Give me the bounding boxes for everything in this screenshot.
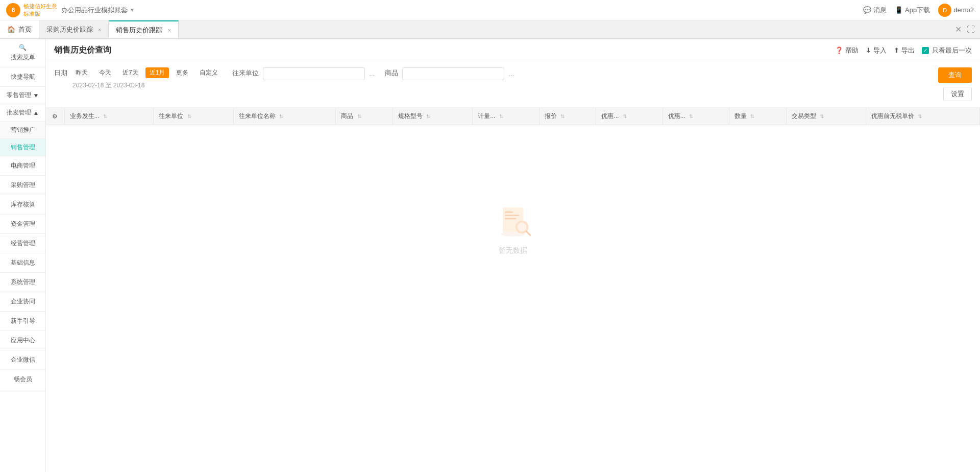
sort-arrows-discount2: ⇅ [689, 113, 693, 119]
wholesale-arrow-icon: ▲ [33, 109, 39, 116]
import-button[interactable]: ⬇ 导入 [866, 46, 887, 55]
query-button[interactable]: 查询 [938, 67, 972, 83]
date-option-last1month[interactable]: 近1月 [145, 67, 169, 78]
th-quote[interactable]: 报价 ⇅ [539, 108, 596, 125]
partner-label: 往来单位 [232, 67, 259, 78]
sort-arrows-spec: ⇅ [426, 113, 430, 119]
main-layout: 🔍 搜索菜单 快捷导航 零售管理 ▼ 批发管理 ▲ 营销推广 销售管理 电商管理… [0, 39, 980, 472]
sidebar-item-enterprise-collab[interactable]: 企业协同 [0, 292, 45, 312]
sales-history-page: 销售历史价查询 ❓ 帮助 ⬇ 导入 ⬆ 导出 ✓ [46, 39, 980, 472]
page-title: 销售历史价查询 [54, 45, 111, 56]
partner-ellipsis-button[interactable]: ... [369, 70, 375, 78]
th-trade-type[interactable]: 交易类型 ⇅ [786, 108, 866, 125]
user-profile[interactable]: D demo2 [938, 4, 974, 17]
product-ellipsis-button[interactable]: ... [508, 70, 514, 78]
empty-state: 暂无数据 [46, 125, 980, 329]
date-option-yesterday[interactable]: 昨天 [71, 67, 92, 78]
import-icon: ⬇ [866, 46, 871, 54]
page-header-actions: ❓ 帮助 ⬇ 导入 ⬆ 导出 ✓ 只看最后一次 [835, 46, 972, 55]
th-quantity[interactable]: 数量 ⇅ [729, 108, 786, 125]
app-title: 办公用品行业模拟账套 [61, 6, 128, 15]
empty-text: 暂无数据 [499, 246, 527, 255]
dropdown-icon[interactable]: ▼ [130, 7, 135, 13]
download-icon: 📱 [895, 6, 903, 14]
app-download-button[interactable]: 📱 App下载 [895, 6, 930, 15]
top-bar-left: 6 畅捷信好生意 标准版 办公用品行业模拟账套 ▼ [6, 3, 135, 17]
svg-rect-2 [505, 211, 513, 213]
sort-arrows-partner-name: ⇅ [279, 113, 283, 119]
date-option-more[interactable]: 更多 [172, 67, 192, 78]
only-last-checkbox-area[interactable]: ✓ 只看最后一次 [922, 46, 972, 55]
sidebar-item-finance[interactable]: 资金管理 [0, 215, 45, 234]
top-bar-right: 💬 消息 📱 App下载 D demo2 [863, 4, 974, 17]
message-button[interactable]: 💬 消息 [863, 6, 887, 15]
close-sales-tab[interactable]: × [167, 27, 170, 33]
close-window-button[interactable]: ✕ [955, 25, 962, 34]
svg-rect-4 [505, 218, 516, 219]
app-title-area[interactable]: 办公用品行业模拟账套 ▼ [61, 6, 135, 15]
sidebar-item-quick-nav[interactable]: 快捷导航 [0, 67, 45, 87]
date-option-last7days[interactable]: 近7天 [118, 67, 142, 78]
sidebar-item-new-guide[interactable]: 新手引导 [0, 312, 45, 331]
th-gear[interactable]: ⚙ [46, 108, 64, 125]
table-header-row: ⚙ 业务发生... ⇅ 往来单位 ⇅ 往来单位名称 ⇅ [46, 108, 980, 125]
help-button[interactable]: ❓ 帮助 [835, 46, 859, 55]
sidebar-item-app-center[interactable]: 应用中心 [0, 331, 45, 350]
product-label: 商品 [385, 67, 398, 78]
date-filter-options: 昨天 今天 近7天 近1月 更多 自定义 2023-02-18 至 2023-0… [71, 67, 222, 90]
sidebar-item-search[interactable]: 🔍 搜索菜单 [0, 39, 45, 67]
search-icon: 🔍 [19, 44, 27, 51]
settings-button[interactable]: 设置 [943, 87, 972, 101]
product-input-area: ... [402, 67, 514, 80]
message-icon: 💬 [863, 6, 871, 14]
sidebar-item-retail[interactable]: 零售管理 ▼ [0, 87, 45, 104]
tab-purchase-history[interactable]: 采购历史价跟踪 × [39, 20, 109, 38]
th-spec[interactable]: 规格型号 ⇅ [393, 108, 472, 125]
date-label: 日期 [54, 67, 67, 78]
tab-bar-actions: ✕ ⛶ [950, 20, 980, 38]
th-unit[interactable]: 计量... ⇅ [473, 108, 539, 125]
date-option-today[interactable]: 今天 [95, 67, 115, 78]
th-partner-name[interactable]: 往来单位名称 ⇅ [233, 108, 336, 125]
sidebar-item-inventory[interactable]: 库存核算 [0, 195, 45, 215]
sort-arrows-biz-date: ⇅ [103, 113, 107, 119]
th-product[interactable]: 商品 ⇅ [336, 108, 393, 125]
export-icon: ⬆ [894, 46, 899, 54]
sort-arrows-unit: ⇅ [499, 113, 503, 119]
sort-arrows-pre-discount-price: ⇅ [918, 113, 922, 119]
tab-bar: 🏠 首页 采购历史价跟踪 × 销售历史价跟踪 × ✕ ⛶ [0, 20, 980, 39]
sidebar-item-wholesale[interactable]: 批发管理 ▲ [0, 104, 45, 122]
sidebar-item-operations[interactable]: 经营管理 [0, 234, 45, 253]
th-biz-date[interactable]: 业务发生... ⇅ [64, 108, 154, 125]
sidebar-item-basic-info[interactable]: 基础信息 [0, 253, 45, 273]
sidebar-item-purchase[interactable]: 采购管理 [0, 176, 45, 195]
partner-filter-group: 往来单位 ... [232, 67, 375, 80]
th-discount1[interactable]: 优惠... ⇅ [596, 108, 663, 125]
th-discount2[interactable]: 优惠... ⇅ [663, 108, 729, 125]
partner-input-area: ... [263, 67, 375, 80]
help-icon: ❓ [835, 46, 843, 54]
close-purchase-tab[interactable]: × [98, 27, 101, 33]
only-last-checkbox[interactable]: ✓ [922, 47, 929, 54]
sidebar-item-marketing[interactable]: 营销推广 [0, 122, 45, 139]
maximize-window-button[interactable]: ⛶ [967, 25, 975, 34]
th-partner-code[interactable]: 往来单位 ⇅ [154, 108, 233, 125]
sidebar-item-ecommerce[interactable]: 电商管理 [0, 156, 45, 176]
tab-sales-history[interactable]: 销售历史价跟踪 × [109, 20, 178, 38]
sort-arrows-discount1: ⇅ [623, 113, 627, 119]
svg-line-7 [526, 231, 530, 235]
sidebar-item-system[interactable]: 系统管理 [0, 273, 45, 292]
sidebar-item-member[interactable]: 畅会员 [0, 370, 45, 389]
th-pre-discount-price[interactable]: 优惠前无税单价 ⇅ [866, 108, 980, 125]
sidebar-item-sales-mgmt[interactable]: 销售管理 [0, 139, 45, 156]
svg-rect-3 [505, 215, 519, 216]
sidebar-item-enterprise-wechat[interactable]: 企业微信 [0, 350, 45, 370]
product-input[interactable] [402, 67, 504, 80]
export-button[interactable]: ⬆ 导出 [894, 46, 915, 55]
date-option-custom[interactable]: 自定义 [195, 67, 222, 78]
sort-arrows-quote: ⇅ [560, 113, 565, 119]
home-icon: 🏠 [7, 26, 15, 33]
partner-input[interactable] [263, 67, 365, 80]
date-filter-group: 日期 昨天 今天 近7天 近1月 更多 自定义 2023-02-18 至 202… [54, 67, 222, 90]
tab-home[interactable]: 🏠 首页 [0, 20, 39, 38]
